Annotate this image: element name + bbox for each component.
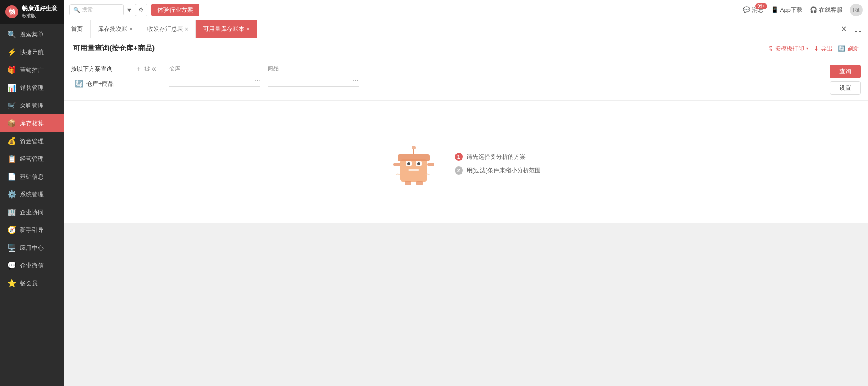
tab-batch-account-close[interactable]: ×: [129, 26, 132, 32]
tip-text-1: 请先选择要分析的方案: [467, 153, 526, 161]
tab-receive-summary[interactable]: 收发存汇总表 ×: [140, 20, 196, 38]
sidebar-header-text: 畅康通好生意 标准版: [22, 5, 57, 19]
tip-num-1: 1: [455, 153, 463, 161]
filter-scheme-panel: 按以下方案查询 ＋ ⚙ « 🔄 仓库+商品: [71, 65, 162, 91]
sidebar-label-purchase: 采购管理: [20, 102, 44, 110]
sidebar-item-search[interactable]: 🔍 搜索菜单: [0, 26, 64, 43]
sidebar-item-enterprise[interactable]: 🏢 企业协同: [0, 203, 64, 221]
tab-available-ledger[interactable]: 可用量库存账本 ×: [196, 20, 257, 38]
app-logo: 畅: [5, 5, 18, 18]
tip-item-1: 1 请先选择要分析的方案: [455, 153, 541, 161]
tab-home-label: 首页: [71, 25, 83, 33]
topbar-right: 💬 消息 99+ 📱 App下载 🎧 在线客服 Rit: [743, 4, 863, 16]
msg-btn[interactable]: 💬 消息 99+: [743, 6, 764, 14]
add-scheme-btn[interactable]: ＋: [135, 65, 142, 72]
filter-scheme-header: 按以下方案查询 ＋ ⚙ «: [71, 65, 156, 73]
sidebar-icon-search: 🔍: [7, 30, 16, 39]
topbar-gear-btn[interactable]: ⚙: [135, 4, 147, 16]
svg-rect-9: [393, 163, 400, 166]
sidebar: 畅 畅康通好生意 标准版 🔍 搜索菜单 ⚡ 快捷导航 🎁 营销推广 📊 销售管理…: [0, 0, 64, 386]
empty-state-content: 1 请先选择要分析的方案 2 用[过滤]条件来缩小分析范围: [391, 141, 541, 186]
tab-expand-btn[interactable]: ⛶: [852, 23, 864, 36]
msg-badge: 99+: [755, 3, 767, 9]
sidebar-item-purchase[interactable]: 🛒 采购管理: [0, 97, 64, 114]
sidebar-item-sales[interactable]: 📊 销售管理: [0, 79, 64, 97]
print-btn[interactable]: 🖨 按模板打印 ▾: [767, 45, 808, 53]
sidebar-item-marketing-promo[interactable]: 🎁 营销推广: [0, 61, 64, 79]
warehouse-input[interactable]: [169, 77, 254, 84]
topbar-dropdown-btn[interactable]: ▾: [127, 5, 131, 14]
service-btn[interactable]: 🎧 在线客服: [810, 6, 843, 14]
robot-svg: [391, 141, 437, 186]
topbar-search[interactable]: 🔍 搜索: [69, 4, 124, 15]
query-btn[interactable]: 查询: [830, 65, 861, 78]
warehouse-label: 仓库: [169, 65, 260, 72]
page-content: 可用量查询(按仓库+商品) 🖨 按模板打印 ▾ ⬇ 导出 🔄 刷新: [64, 38, 868, 386]
tab-available-ledger-close[interactable]: ×: [246, 26, 249, 32]
tabs-actions: ✕ ⛶: [837, 23, 868, 36]
sidebar-icon-app-center: 🖥️: [7, 243, 16, 252]
tab-close-btn[interactable]: ✕: [837, 23, 850, 36]
warehouse-dots-btn[interactable]: ···: [254, 76, 260, 84]
main-area: 🔍 搜索 ▾ ⚙ 体验行业方案 💬 消息 99+ 📱 App下载 🎧 在线客服 …: [64, 0, 868, 386]
filter-conditions: 仓库 ··· 商品 ···: [162, 65, 822, 87]
product-input-row: ···: [268, 74, 359, 87]
sidebar-item-finance[interactable]: 💰 资金管理: [0, 132, 64, 150]
sidebar-item-member[interactable]: ⭐ 畅会员: [0, 274, 64, 292]
page-header: 可用量查询(按仓库+商品) 🖨 按模板打印 ▾ ⬇ 导出 🔄 刷新: [64, 38, 868, 59]
sidebar-icon-sales: 📊: [7, 83, 16, 92]
settings-btn[interactable]: 设置: [830, 81, 861, 95]
user-avatar[interactable]: Rit: [850, 4, 863, 16]
print-label: 按模板打印: [775, 45, 804, 53]
sidebar-item-operations[interactable]: 📋 经营管理: [0, 150, 64, 168]
svg-point-14: [412, 146, 416, 149]
sidebar-icon-purchase: 🛒: [7, 101, 16, 110]
scheme-warehouse-product[interactable]: 🔄 仓库+商品: [71, 77, 156, 91]
sidebar-item-shortcut[interactable]: ⚡ 快捷导航: [0, 43, 64, 61]
tip-item-2: 2 用[过滤]条件来缩小分析范围: [455, 166, 541, 175]
tab-home[interactable]: 首页: [64, 20, 91, 38]
product-label: 商品: [268, 65, 359, 72]
sidebar-item-app-center[interactable]: 🖥️ 应用中心: [0, 239, 64, 257]
headset-icon: 🎧: [810, 6, 817, 13]
sidebar-label-basic-info: 基础信息: [20, 173, 44, 181]
search-placeholder: 搜索: [82, 6, 93, 14]
chevron-down-icon: ▾: [806, 46, 808, 51]
collapse-scheme-btn[interactable]: «: [152, 65, 156, 72]
username: Rit: [853, 7, 860, 13]
sidebar-icon-operations: 📋: [7, 154, 16, 163]
sidebar-icon-onboarding: 🧭: [7, 226, 16, 234]
sidebar-label-operations: 经营管理: [20, 155, 44, 163]
app-name: 畅康通好生意: [22, 5, 57, 13]
sidebar-item-system[interactable]: ⚙️ 系统管理: [0, 185, 64, 203]
filter-area: 按以下方案查询 ＋ ⚙ « 🔄 仓库+商品 仓库: [64, 59, 868, 101]
page-header-actions: 🖨 按模板打印 ▾ ⬇ 导出 🔄 刷新: [767, 45, 859, 53]
sidebar-item-wechat[interactable]: 💬 企业微信: [0, 257, 64, 274]
export-btn[interactable]: ⬇ 导出: [814, 45, 832, 53]
sidebar-item-onboarding[interactable]: 🧭 新手引导: [0, 221, 64, 239]
product-dots-btn[interactable]: ···: [353, 76, 359, 84]
sidebar-item-basic-info[interactable]: 📄 基础信息: [0, 168, 64, 185]
edit-scheme-btn[interactable]: ⚙: [144, 65, 150, 72]
svg-point-6: [407, 162, 408, 163]
app-download-btn[interactable]: 📱 App下载: [771, 6, 802, 14]
filter-field-warehouse: 仓库 ···: [169, 65, 260, 87]
service-label: 在线客服: [819, 6, 843, 14]
tab-receive-summary-close[interactable]: ×: [185, 26, 188, 32]
svg-rect-1: [398, 154, 430, 161]
filter-field-product: 商品 ···: [268, 65, 359, 87]
tabs-bar: 首页 库存批次账 × 收发存汇总表 × 可用量库存账本 × ✕ ⛶: [64, 20, 868, 38]
industry-btn[interactable]: 体验行业方案: [151, 4, 199, 16]
tab-receive-summary-label: 收发存汇总表: [147, 25, 183, 33]
tab-batch-account[interactable]: 库存批次账 ×: [91, 20, 140, 38]
msg-icon: 💬: [743, 6, 750, 13]
sidebar-label-shortcut: 快捷导航: [20, 48, 44, 57]
sidebar-header: 畅 畅康通好生意 标准版: [0, 0, 64, 24]
app-label: App下载: [780, 6, 802, 14]
product-input[interactable]: [268, 77, 353, 84]
empty-robot-illustration: [391, 141, 437, 186]
sidebar-label-onboarding: 新手引导: [20, 226, 44, 234]
refresh-btn[interactable]: 🔄 刷新: [838, 45, 859, 53]
sidebar-label-inventory: 库存核算: [20, 119, 44, 128]
sidebar-item-inventory[interactable]: 📦 库存核算: [0, 114, 64, 132]
